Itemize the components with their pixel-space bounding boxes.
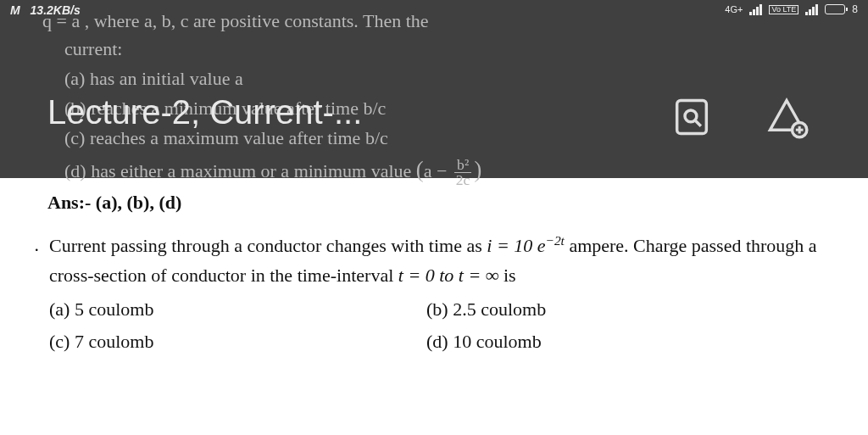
answer-text: (a), (b), (d): [96, 192, 181, 213]
volte-icon: Vo LTE: [769, 5, 798, 14]
battery-icon: [825, 4, 845, 14]
data-speed: 13.2KB/s: [31, 3, 81, 17]
option-d: (d) 10 coulomb: [426, 327, 778, 356]
question-text: Current passing through a conductor chan…: [49, 231, 843, 356]
status-bar: M 13.2KB/s 4G+ Vo LTE 8: [0, 3, 868, 24]
answer-label: Ans:-: [47, 192, 96, 213]
add-shape-icon[interactable]: [765, 95, 809, 139]
signal-icon-2: [805, 3, 818, 15]
signal-icon: [749, 3, 762, 15]
video-overlay-panel: M 13.2KB/s 4G+ Vo LTE 8 q = a , where a,…: [0, 0, 868, 178]
question-marker: .: [25, 231, 39, 356]
option-a: (a) has an initial value a: [64, 64, 851, 92]
svg-point-1: [685, 110, 697, 122]
battery-percent: 8: [852, 3, 858, 15]
svg-rect-0: [677, 101, 707, 134]
option-a: (a) 5 coulomb: [49, 295, 401, 324]
answer-line: Ans:- (a), (b), (d): [47, 188, 843, 217]
carrier-label: M: [10, 3, 20, 17]
network-type: 4G+: [725, 4, 743, 14]
svg-line-2: [695, 120, 701, 126]
option-c: (c) 7 coulomb: [49, 327, 401, 356]
status-left: M 13.2KB/s: [10, 3, 81, 17]
equation-range: t = 0 to t = ∞: [398, 265, 499, 286]
options-grid: (a) 5 coulomb (b) 2.5 coulomb (c) 7 coul…: [49, 295, 778, 356]
option-b: (b) 2.5 coulomb: [426, 295, 778, 324]
question-block: . Current passing through a conductor ch…: [25, 231, 843, 356]
page-content: Ans:- (a), (b), (d) . Current passing th…: [0, 178, 868, 356]
equation-i: i = 10 e−2t: [487, 235, 569, 256]
status-right: 4G+ Vo LTE 8: [725, 3, 858, 15]
problem-stem-line2: current:: [64, 35, 851, 63]
search-in-page-icon[interactable]: [670, 95, 714, 139]
overlay-actions: [670, 95, 809, 139]
